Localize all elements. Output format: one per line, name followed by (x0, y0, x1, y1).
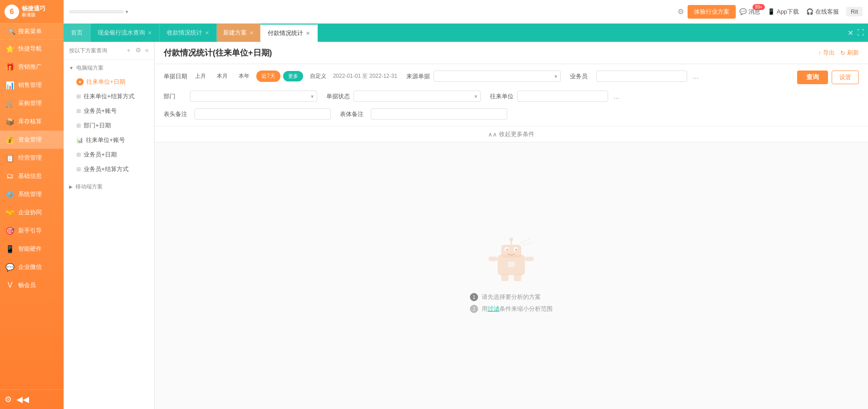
status-label: 单据状态 (326, 92, 350, 101)
tab-home[interactable]: 首页 (64, 24, 90, 42)
export-button[interactable]: ↑ 导出 (818, 49, 835, 57)
date-btn-last-month[interactable]: 上月 (191, 71, 210, 82)
sidebar-item-search-menu[interactable]: 🔍 搜索菜单 (0, 24, 64, 40)
table-icon-3: ⊞ (76, 122, 81, 129)
schema-item-staff-account[interactable]: ⊞ 业务员+账号 (64, 104, 154, 118)
tab-cash-flow[interactable]: 现金银行流水查询 ✕ (90, 24, 160, 42)
sidebar-item-quick-nav[interactable]: ⭐ 快捷导航 (0, 40, 64, 58)
settings-bottom-icon[interactable]: ⚙ (5, 394, 12, 404)
breadcrumb-input[interactable] (69, 10, 124, 13)
sidebar-item-enterprise[interactable]: 🤝 企业协同 (0, 203, 64, 222)
source-select[interactable] (434, 71, 561, 82)
svg-point-7 (515, 249, 518, 251)
page-title: 付款情况统计(往来单位+日期) (164, 47, 272, 58)
sidebar-item-weixin[interactable]: 💬 企业微信 (0, 258, 64, 276)
chat-icon: 💬 (5, 263, 15, 272)
tbody-remark-input[interactable] (371, 108, 507, 120)
app-download-btn[interactable]: 📱 App下载 (768, 8, 799, 16)
gear-icon: ⚙️ (5, 190, 15, 199)
svg-rect-8 (489, 257, 498, 261)
schema-item-unit-date[interactable]: ● 往来单位+日期 (64, 75, 154, 89)
date-btn-more[interactable]: 更多 (283, 71, 303, 81)
tab-close-receipt[interactable]: ✕ (205, 30, 209, 36)
schema-item-unit-settle[interactable]: ⊞ 往来单位+结算方式 (64, 89, 154, 104)
schema-item-unit-account[interactable]: 📊 往来单位+账号 (64, 133, 154, 147)
chevron-down-icon: ▼ (69, 66, 74, 71)
thead-remark-label: 表头备注 (164, 110, 191, 118)
filter-highlight-link[interactable]: 过滤 (488, 305, 499, 312)
sidebar-item-finance[interactable]: 💰 资金管理 (0, 131, 64, 149)
unit-dots[interactable]: ... (614, 92, 619, 101)
tab-payment-stats[interactable]: 付款情况统计 ✕ (260, 24, 318, 42)
tab-close-new-plan[interactable]: ✕ (249, 30, 254, 36)
message-btn[interactable]: 💬 消息 99+ (739, 8, 760, 16)
source-select-wrap (434, 71, 561, 82)
add-schema-icon[interactable]: ＋ (125, 46, 132, 55)
refresh-button[interactable]: ↻ 刷新 (840, 49, 859, 57)
filter-staff-item: 业务员 ... (570, 71, 698, 82)
sidebar-item-sales[interactable]: 📊 销售管理 (0, 76, 64, 94)
empty-state: 1 请先选择要分析的方案 2 用过滤条件来缩小分析范围 (155, 142, 868, 409)
dept-select[interactable] (190, 91, 317, 102)
schema-item-staff-settle[interactable]: ⊞ 业务员+结算方式 (64, 162, 154, 177)
collapse-up-icon: ∧∧ (488, 131, 497, 138)
left-panel-header: 按以下方案查询 ＋ ⚙ « (64, 42, 154, 60)
date-btn-this-month[interactable]: 本月 (213, 71, 232, 82)
trial-button[interactable]: 体验行业方案 (688, 5, 736, 19)
sidebar-item-basic[interactable]: 🗂 基础信息 (0, 167, 64, 185)
table-icon-5: ⊞ (76, 166, 81, 172)
schema-item-dept-date[interactable]: ⊞ 部门+日期 (64, 118, 154, 133)
query-button[interactable]: 查询 (797, 71, 828, 84)
unit-input[interactable] (517, 91, 608, 102)
tip-num-1: 1 (470, 293, 478, 301)
tab-close-payment[interactable]: ✕ (306, 30, 310, 36)
breadcrumb: ▾ (69, 9, 674, 15)
schema-group-mobile-title[interactable]: ▶ 移动端方案 (64, 180, 154, 193)
logo-icon: 6 (5, 5, 19, 19)
tab-new-plan[interactable]: 新建方案 ✕ (217, 24, 260, 42)
right-panel: 付款情况统计(往来单位+日期) ↑ 导出 ↻ 刷新 (155, 42, 868, 409)
svg-rect-9 (525, 257, 534, 261)
tbody-remark-label: 表体备注 (340, 110, 367, 118)
status-select[interactable] (354, 91, 481, 102)
sidebar-item-purchase[interactable]: 🛒 采购管理 (0, 94, 64, 112)
schema-item-staff-date[interactable]: ⊞ 业务员+日期 (64, 147, 154, 162)
filter-action-btns: 查询 设置 (797, 71, 859, 84)
staff-dots[interactable]: ... (693, 72, 698, 81)
table-icon-4: ⊞ (76, 151, 81, 158)
tab-receipt-stats[interactable]: 收款情况统计 ✕ (160, 24, 217, 42)
table-icon-2: ⊞ (76, 108, 81, 114)
username-display[interactable]: Rit (846, 7, 863, 16)
topbar-settings-icon[interactable]: ⚙ (678, 7, 684, 16)
tab-close-cash-flow[interactable]: ✕ (148, 30, 152, 36)
sidebar-item-system[interactable]: ⚙️ 系统管理 (0, 185, 64, 203)
filter-settings-button[interactable]: 设置 (832, 71, 859, 84)
staff-input[interactable] (596, 71, 687, 82)
online-service-btn[interactable]: 🎧 在线客服 (806, 8, 839, 16)
date-btn-this-year[interactable]: 本年 (234, 71, 254, 82)
schema-settings-icon[interactable]: ⚙ (135, 46, 141, 55)
sidebar-item-hardware[interactable]: 📱 智能硬件 (0, 240, 64, 258)
filter-collapse-btn[interactable]: ∧∧ 收起更多条件 (155, 126, 868, 142)
filter-status-item: 单据状态 (326, 91, 481, 102)
filter-source-item: 来源单据 (406, 71, 561, 82)
dept-select-wrap (190, 91, 317, 102)
left-panel-title: 按以下方案查询 (69, 47, 107, 55)
sidebar-item-marketing[interactable]: 🎁 营销推广 (0, 58, 64, 76)
schema-group-desktop-title[interactable]: ▼ 电脑端方案 (64, 61, 154, 75)
box-icon: 📦 (5, 117, 15, 126)
sidebar-item-vip[interactable]: V 畅会员 (0, 276, 64, 294)
tabbar-actions: ✕ ⛶ (848, 29, 868, 37)
tab-expand-icon[interactable]: ⛶ (857, 29, 864, 37)
tab-close-all-icon[interactable]: ✕ (848, 29, 853, 37)
date-btn-custom[interactable]: 自定义 (306, 71, 330, 82)
sidebar-item-guide[interactable]: 🎯 新手引导 (0, 222, 64, 240)
date-btn-7days[interactable]: 近7天 (256, 71, 280, 82)
sidebar-item-operation[interactable]: 📋 经营管理 (0, 149, 64, 167)
collapse-panel-icon[interactable]: « (145, 46, 149, 55)
svg-rect-1 (501, 245, 521, 258)
sidebar-item-inventory[interactable]: 📦 库存核算 (0, 112, 64, 131)
thead-remark-input[interactable] (195, 108, 331, 120)
folder-icon: 🗂 (5, 172, 15, 181)
collapse-sidebar-icon[interactable]: ◀◀ (16, 394, 29, 404)
